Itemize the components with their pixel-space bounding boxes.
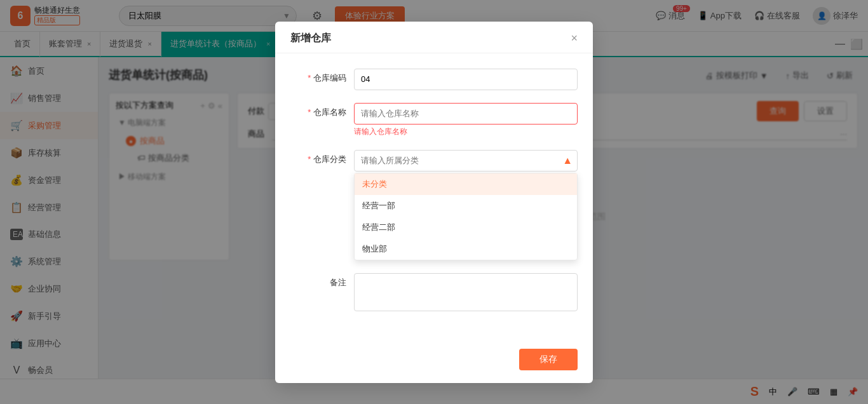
category-dropdown: 未分类 经营一部 经营二部 物业部 bbox=[354, 173, 578, 260]
dropdown-item-dept3[interactable]: 物业部 bbox=[355, 238, 577, 260]
form-row-code: 仓库编码 bbox=[290, 69, 578, 90]
notes-control bbox=[354, 273, 578, 313]
category-control[interactable]: ▲ 未分类 经营一部 经营二部 物业部 bbox=[354, 150, 578, 172]
name-label: 仓库名称 bbox=[290, 103, 354, 118]
category-label: 仓库分类 bbox=[290, 150, 354, 165]
dropdown-item-dept1[interactable]: 经营一部 bbox=[355, 195, 577, 217]
code-control bbox=[354, 69, 578, 90]
name-error-msg: 请输入仓库名称 bbox=[354, 126, 578, 137]
dialog-header: 新增仓库 × bbox=[275, 22, 593, 53]
notes-label: 备注 bbox=[290, 273, 354, 288]
name-input[interactable] bbox=[354, 103, 578, 125]
category-input[interactable] bbox=[354, 150, 578, 172]
name-control: 请输入仓库名称 bbox=[354, 103, 578, 137]
notes-textarea[interactable] bbox=[354, 273, 578, 311]
dialog-overlay: 新增仓库 × 仓库编码 仓库名称 请输入仓库名称 仓库分类 bbox=[0, 0, 868, 404]
dialog-footer: 保存 bbox=[275, 341, 593, 383]
category-select-wrap[interactable]: ▲ bbox=[354, 150, 578, 172]
code-label: 仓库编码 bbox=[290, 69, 354, 84]
dialog-title: 新增仓库 bbox=[290, 32, 331, 45]
code-input[interactable] bbox=[354, 69, 578, 90]
form-row-name: 仓库名称 请输入仓库名称 bbox=[290, 103, 578, 137]
form-row-category: 仓库分类 ▲ 未分类 经营一部 经营二部 物业部 bbox=[290, 150, 578, 172]
dropdown-item-dept2[interactable]: 经营二部 bbox=[355, 217, 577, 238]
add-warehouse-dialog: 新增仓库 × 仓库编码 仓库名称 请输入仓库名称 仓库分类 bbox=[275, 22, 593, 383]
category-arrow-icon[interactable]: ▲ bbox=[562, 155, 573, 166]
save-button[interactable]: 保存 bbox=[519, 349, 578, 370]
dialog-body: 仓库编码 仓库名称 请输入仓库名称 仓库分类 ▲ bbox=[275, 53, 593, 341]
dropdown-item-unclassified[interactable]: 未分类 bbox=[355, 173, 577, 195]
dialog-close-button[interactable]: × bbox=[571, 32, 578, 45]
form-row-notes: 备注 bbox=[290, 273, 578, 313]
